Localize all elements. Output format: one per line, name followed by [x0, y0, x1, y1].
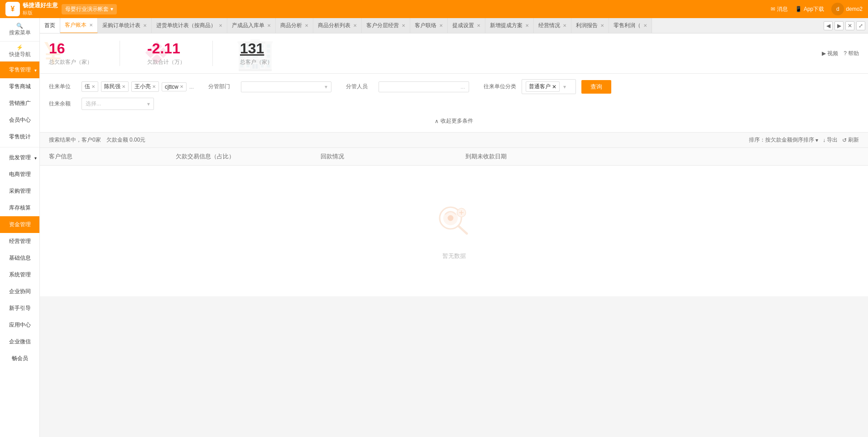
results-bar-left: 搜索结果中，客户0家 欠款金额 0.00元 [49, 136, 145, 144]
remove-class-tag[interactable]: ✕ [552, 84, 556, 90]
help-btn[interactable]: ? 帮助 [844, 50, 859, 57]
header-left: ¥ 畅捷通好生意 标版 母婴行业演示帐套 ▾ [5, 2, 117, 16]
app-download-btn[interactable]: 📱 App下载 [795, 5, 824, 13]
sidebar-item-wholesale-mgmt[interactable]: 批发管理 [0, 149, 39, 166]
sort-btn[interactable]: 排序：按欠款金额倒序排序 ▾ [749, 136, 818, 144]
stat-3-content: 131 总客户（家） [240, 41, 273, 66]
user-menu[interactable]: d demo2 [831, 3, 863, 15]
sidebar-item-retail-mgmt[interactable]: 零售管理 [0, 62, 39, 78]
unit-class-label: 往来单位分类 [484, 83, 516, 90]
sort-label: 排序：按欠款金额倒序排序 [749, 136, 814, 144]
sidebar-item-enterprise-wechat[interactable]: 企业微信 [0, 333, 39, 350]
tab-close-new-raise-plan[interactable]: ✕ [525, 23, 529, 28]
sidebar-item-purchase-mgmt[interactable]: 采购管理 [0, 183, 39, 200]
tab-close-purchase-stats-by-product[interactable]: ✕ [219, 23, 222, 28]
tab-close-product-analysis[interactable]: ✕ [305, 23, 308, 28]
sidebar-item-app-center[interactable]: 应用中心 [0, 317, 39, 333]
export-icon: ↓ [823, 137, 825, 143]
col-header-repay: 回款情况 [321, 152, 465, 161]
sidebar-item-finance[interactable]: 资金管理 [0, 216, 39, 233]
refresh-btn[interactable]: ↺ 刷新 [842, 136, 859, 144]
unit-class-select[interactable]: 普通客户 ✕ ▾ [522, 79, 576, 94]
sidebar-item-vip-member[interactable]: 畅会员 [0, 350, 39, 367]
results-bar-right: 排序：按欠款金额倒序排序 ▾ ↓ 导出 ↺ 刷新 [749, 136, 859, 144]
filter-more-btn[interactable]: ... [189, 84, 194, 90]
remove-tag-1[interactable]: ✕ [91, 84, 95, 89]
tab-close-profit-report[interactable]: ✕ [600, 23, 604, 28]
sidebar-item-marketing[interactable]: 营销推广 [0, 95, 39, 112]
tab-business-situation[interactable]: 经营情况 ✕ [534, 18, 571, 33]
search-icon: 🔍 [4, 23, 36, 29]
tab-production-in[interactable]: 产成品入库单 ✕ [227, 18, 276, 33]
tab-purchase-stats-by-product[interactable]: 进货单统计表（按商品） ✕ [152, 18, 227, 33]
empty-icon [432, 202, 477, 247]
quick-nav[interactable]: ⚡ 快捷导航 [0, 42, 39, 62]
sidebar-item-system-mgmt[interactable]: 系统管理 [0, 266, 39, 283]
tab-raise-settings[interactable]: 提成设置 ✕ [448, 18, 485, 33]
tab-close-customer-contact[interactable]: ✕ [439, 23, 443, 28]
tab-close-purchase-order-stats[interactable]: ✕ [143, 23, 147, 28]
tab-home[interactable]: 首页 [40, 18, 60, 33]
stat-item-2: ❖ -2.11 欠款合计（万） [147, 41, 213, 66]
header-right: ✉ 消息 📱 App下载 d demo2 [771, 3, 863, 15]
tab-customer-tier[interactable]: 客户分层经营 ✕ [362, 18, 410, 33]
tab-customer-book[interactable]: 客户账本 ✕ [60, 18, 98, 33]
trade-unit-label: 往来单位 [49, 83, 76, 90]
tab-new-raise-plan[interactable]: 新增提成方案 ✕ [485, 18, 534, 33]
tab-purchase-order-stats[interactable]: 采购订单统计表 ✕ [98, 18, 152, 33]
tab-close-retail-profit[interactable]: ✕ [643, 23, 647, 28]
tab-actions: ◀ ▶ ✕ ⤢ [821, 21, 868, 30]
dept-select[interactable]: ▾ [241, 81, 331, 92]
tab-close-all-btn[interactable]: ✕ [845, 21, 854, 30]
tab-close-business-situation[interactable]: ✕ [563, 23, 566, 28]
refresh-icon: ↺ [842, 137, 847, 143]
page-content: ¥ 16 总欠款客户（家） ❖ -2.11 欠款合计（万） 🏢 [40, 33, 868, 437]
stat-2-value: -2.11 [147, 41, 185, 57]
remove-tag-3[interactable]: ✕ [152, 84, 156, 89]
dept-label: 分管部门 [208, 83, 235, 90]
sidebar-search[interactable]: 🔍 搜索菜单 [0, 18, 39, 42]
person-more[interactable]: ... [460, 84, 465, 90]
remove-tag-2[interactable]: ✕ [122, 84, 125, 89]
tab-expand-btn[interactable]: ⤢ [856, 21, 865, 30]
messages-btn[interactable]: ✉ 消息 [771, 5, 788, 13]
sidebar-item-basic-info[interactable]: 基础信息 [0, 250, 39, 266]
tab-prev-btn[interactable]: ◀ [824, 21, 833, 30]
avatar: d [831, 3, 844, 15]
remove-tag-4[interactable]: ✕ [180, 84, 183, 89]
sidebar-item-retail-mall[interactable]: 零售商城 [0, 78, 39, 95]
person-label: 分管人员 [346, 83, 373, 90]
tab-close-raise-settings[interactable]: ✕ [477, 23, 480, 28]
unit-class-arrow: ▾ [563, 84, 566, 90]
person-select[interactable]: ... [379, 81, 469, 92]
sidebar-item-member-center[interactable]: 会员中心 [0, 112, 39, 128]
tab-product-analysis-list[interactable]: 商品分析列表 ✕ [313, 18, 362, 33]
balance-select[interactable]: 选择... ▾ [82, 98, 154, 110]
filter-row-2: 往来余额 选择... ▾ [49, 98, 859, 110]
main-layout: 🔍 搜索菜单 ⚡ 快捷导航 零售管理 零售商城 营销推广 会员中心 零售统计 批… [0, 18, 868, 437]
tab-close-customer-tier[interactable]: ✕ [402, 23, 405, 28]
col-header-date: 到期未收款日期 [465, 152, 859, 161]
tab-product-analysis[interactable]: 商品分析 ✕ [276, 18, 313, 33]
tab-profit-report[interactable]: 利润报告 ✕ [571, 18, 609, 33]
tab-close-production-in[interactable]: ✕ [267, 23, 271, 28]
tab-retail-profit[interactable]: 零售利润（ ✕ [609, 18, 652, 33]
store-selector[interactable]: 母婴行业演示帐套 ▾ [62, 4, 117, 14]
tab-close-product-analysis-list[interactable]: ✕ [353, 23, 357, 28]
filter-tag-2: 陈民强 ✕ [101, 81, 129, 92]
sidebar-item-new-guide[interactable]: 新手引导 [0, 300, 39, 317]
query-button[interactable]: 查询 [581, 80, 611, 94]
video-btn[interactable]: ▶ 视频 [822, 50, 838, 57]
tab-customer-contact[interactable]: 客户联络 ✕ [410, 18, 448, 33]
collapse-row: ∧ 收起更多条件 [49, 114, 859, 127]
sidebar-item-retail-stats[interactable]: 零售统计 [0, 128, 39, 145]
tab-close-customer-book[interactable]: ✕ [89, 23, 93, 28]
export-btn[interactable]: ↓ 导出 [823, 136, 838, 144]
sidebar-item-business-mgmt[interactable]: 经营管理 [0, 233, 39, 250]
tab-next-btn[interactable]: ▶ [834, 21, 844, 30]
sidebar-item-ecommerce[interactable]: 电商管理 [0, 166, 39, 183]
sidebar-item-inventory[interactable]: 库存核算 [0, 200, 39, 216]
sidebar-item-enterprise-coop[interactable]: 企业协同 [0, 283, 39, 300]
download-icon: 📱 [795, 6, 802, 12]
collapse-btn[interactable]: ∧ 收起更多条件 [49, 115, 859, 127]
